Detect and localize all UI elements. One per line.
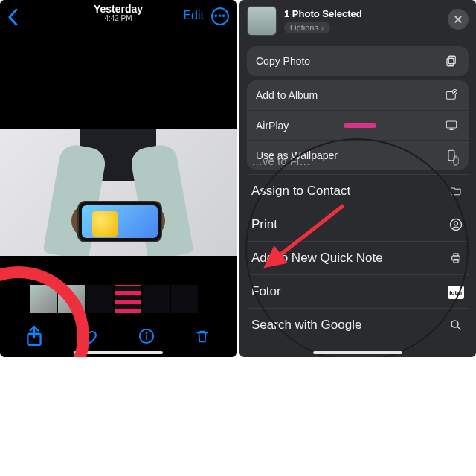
svg-rect-17	[454, 260, 458, 263]
row-label: Copy Photo	[256, 55, 310, 67]
trash-button[interactable]	[187, 321, 217, 351]
svg-point-14	[454, 222, 458, 225]
share-sheet-screen: 1 Photo Selected Options › Copy Photo Ad…	[239, 0, 476, 357]
thumbnail[interactable]	[115, 285, 141, 313]
fotor-app-icon: fotor	[448, 284, 464, 300]
svg-rect-10	[454, 157, 459, 164]
copy-icon	[443, 53, 460, 69]
assign-to-contact-row[interactable]: Assign to Contact	[247, 174, 469, 208]
add-to-quick-note-row[interactable]: Add to New Quick Note	[247, 241, 469, 274]
airplay-row[interactable]: AirPlay	[247, 110, 469, 140]
options-label: Options	[290, 23, 318, 32]
share-actions-list: …ve to Fi… Assign to Contact Print Add t…	[247, 147, 469, 351]
row-label: Search with Google	[251, 318, 361, 332]
row-label: …ve to Fi…	[251, 155, 310, 167]
svg-rect-12	[454, 164, 457, 166]
fotor-row[interactable]: Fotor	[247, 274, 469, 308]
more-button[interactable]: •••	[211, 7, 229, 25]
print-row[interactable]: Print	[247, 208, 469, 241]
chevron-right-icon: ›	[321, 23, 324, 32]
edit-button[interactable]: Edit	[183, 9, 204, 22]
options-button[interactable]: Options ›	[284, 22, 330, 33]
svg-rect-11	[454, 155, 457, 157]
close-button[interactable]	[448, 9, 469, 30]
photos-viewer-screen: Yesterday 4:42 PM Edit •••	[0, 0, 237, 357]
row-label: AirPlay	[256, 120, 289, 132]
thumbnail[interactable]	[143, 285, 170, 313]
airplay-accent	[344, 123, 376, 128]
copy-photo-row[interactable]: Copy Photo	[247, 46, 469, 76]
svg-rect-15	[452, 256, 460, 260]
folder-icon	[448, 183, 464, 199]
row-label: Assign to Contact	[251, 184, 350, 199]
album-plus-icon	[443, 87, 460, 103]
row-label: Fotor	[251, 284, 281, 299]
watch-icon	[448, 152, 464, 169]
back-button[interactable]	[4, 5, 24, 28]
thumbnail[interactable]	[171, 285, 198, 313]
contact-icon	[448, 216, 464, 233]
svg-point-19	[451, 321, 458, 327]
svg-rect-4	[448, 56, 455, 64]
svg-rect-5	[447, 58, 454, 66]
selected-thumbnail	[247, 6, 277, 36]
row-label: Add to Album	[256, 89, 318, 101]
home-indicator	[313, 351, 402, 354]
action-card: Copy Photo	[247, 46, 469, 76]
svg-rect-3	[146, 335, 147, 339]
info-button[interactable]	[132, 321, 161, 351]
printer-icon	[448, 250, 464, 266]
ellipsis-icon: •••	[214, 12, 226, 21]
thumbnail[interactable]	[86, 285, 113, 313]
svg-rect-8	[446, 121, 457, 128]
svg-point-2	[145, 332, 147, 335]
add-to-album-row[interactable]: Add to Album	[247, 80, 469, 110]
search-google-row[interactable]: Search with Google fotor	[247, 308, 469, 341]
airplay-icon	[443, 118, 460, 134]
row-label: Add to New Quick Note	[251, 251, 383, 266]
svg-rect-16	[454, 254, 458, 256]
nav-bar: Yesterday 4:42 PM Edit •••	[0, 0, 237, 33]
displayed-photo	[0, 129, 237, 256]
row-label: Print	[251, 217, 277, 232]
save-to-files-row[interactable]: …ve to Fi…	[247, 147, 469, 174]
selection-count: 1 Photo Selected	[284, 8, 362, 19]
share-sheet-header: 1 Photo Selected Options ›	[239, 0, 476, 42]
search-icon	[448, 317, 464, 333]
